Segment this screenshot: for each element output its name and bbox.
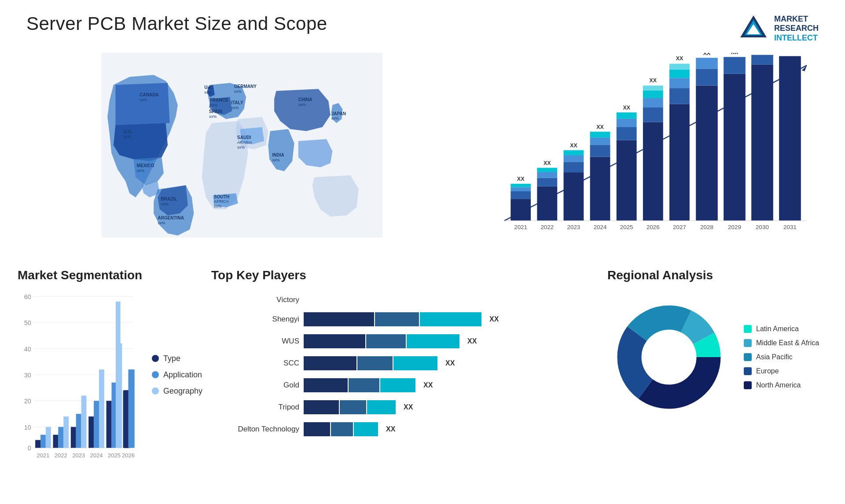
chart-section: XX XX XX XX [475,53,827,264]
player-name: SCC [211,359,299,368]
legend-color-latin [744,325,752,333]
svg-rect-134 [123,391,128,448]
legend-label-apac: Asia Pacific [756,353,793,361]
svg-text:XX: XX [786,53,794,54]
svg-rect-73 [669,64,690,69]
bar-light [367,400,396,414]
svg-text:ITALY: ITALY [231,100,243,105]
bar-light [420,312,481,326]
player-bar [304,312,481,326]
players-container: Victory Shengyi XX WUS [211,291,599,436]
list-item: Delton Technology XX [211,422,599,436]
legend-dot-application [152,371,159,378]
svg-text:XX: XX [570,142,577,149]
svg-text:xx%: xx% [161,202,169,206]
svg-rect-67 [643,85,663,90]
svg-text:xx%: xx% [209,114,217,119]
logo-area: MARKET RESEARCH INTELLECT [738,13,819,44]
legend-asia-pacific: Asia Pacific [744,353,819,361]
logo-line2: RESEARCH [774,24,819,33]
svg-text:2021: 2021 [37,452,49,458]
logo-text: MARKET RESEARCH INTELLECT [774,15,819,43]
svg-text:GERMANY: GERMANY [234,84,257,89]
svg-text:CANADA: CANADA [140,92,158,97]
bar-mid [340,400,366,414]
regional-title: Regional Analysis [607,268,827,282]
legend-label-type: Type [163,354,180,363]
bar-dark [304,334,365,348]
svg-text:xx%: xx% [237,145,245,150]
svg-text:2030: 2030 [756,224,769,230]
svg-text:JAPAN: JAPAN [331,111,346,116]
legend-color-na [744,381,752,389]
donut-chart-svg [607,296,731,419]
bar-mid [331,422,353,436]
svg-text:XX: XX [759,53,766,54]
bar-light [407,334,459,348]
legend-color-apac [744,353,752,361]
svg-rect-80 [724,74,746,221]
svg-text:xx%: xx% [231,106,239,110]
player-name: Delton Technology [211,425,299,434]
player-value: XX [467,337,477,345]
svg-text:XX: XX [676,55,683,62]
map-section: CANADA xx% U.S. xx% MEXICO xx% BRAZIL xx… [18,53,467,264]
svg-rect-38 [511,199,531,221]
legend-label-na: North America [756,381,801,389]
svg-rect-136 [116,302,121,448]
bar-dark [304,400,339,414]
regional-container: Latin America Middle East & Africa Asia … [607,291,827,419]
svg-text:xx%: xx% [272,158,279,162]
svg-rect-48 [564,172,584,221]
svg-rect-70 [669,88,690,104]
svg-rect-72 [669,69,690,78]
legend-middle-east: Middle East & Africa [744,339,819,347]
svg-rect-135 [128,369,133,448]
legend-color-mea [744,339,752,347]
player-value: XX [423,381,433,389]
list-item: Tripod XX [211,400,599,414]
top-row: CANADA xx% U.S. xx% MEXICO xx% BRAZIL xx… [0,53,845,264]
svg-rect-49 [564,162,584,172]
legend-label-geography: Geography [163,387,202,396]
player-bar [304,356,437,370]
svg-text:ARGENTINA: ARGENTINA [158,215,184,220]
page-title: Server PCB Market Size and Scope [26,13,327,34]
svg-rect-86 [779,56,801,221]
svg-rect-56 [590,131,610,137]
list-item: SCC XX [211,356,599,370]
svg-text:2029: 2029 [728,224,741,230]
key-players-section: Top Key Players Victory Shengyi XX WUS [211,268,599,504]
player-value: XX [404,403,413,411]
svg-text:BRAZIL: BRAZIL [161,197,177,201]
svg-text:CHINA: CHINA [298,97,312,102]
svg-text:2023: 2023 [72,452,85,458]
svg-rect-118 [58,427,63,448]
svg-text:2026: 2026 [122,452,135,458]
player-bar [304,334,459,348]
player-bar [304,400,396,414]
legend-north-america: North America [744,381,819,389]
world-map-svg: CANADA xx% U.S. xx% MEXICO xx% BRAZIL xx… [18,53,467,237]
svg-text:MEXICO: MEXICO [137,163,154,168]
bar-dark [304,312,374,326]
legend-label-application: Application [163,370,202,380]
legend-application: Application [152,370,202,380]
player-value: XX [386,425,395,433]
svg-text:SPAIN: SPAIN [209,109,222,114]
svg-text:XX: XX [517,176,525,182]
svg-rect-58 [617,140,637,221]
svg-text:U.S.: U.S. [124,129,132,134]
svg-text:2025: 2025 [620,224,633,230]
svg-rect-84 [751,55,773,65]
svg-point-148 [643,331,695,383]
player-name: Shengyi [211,315,299,324]
svg-text:2025: 2025 [108,452,121,458]
svg-text:xx%: xx% [331,116,339,121]
svg-rect-54 [590,145,610,157]
legend-label-mea: Middle East & Africa [756,339,819,347]
list-item: WUS XX [211,334,599,348]
svg-text:XX: XX [544,160,551,166]
svg-rect-51 [564,150,584,155]
svg-rect-45 [537,172,557,178]
